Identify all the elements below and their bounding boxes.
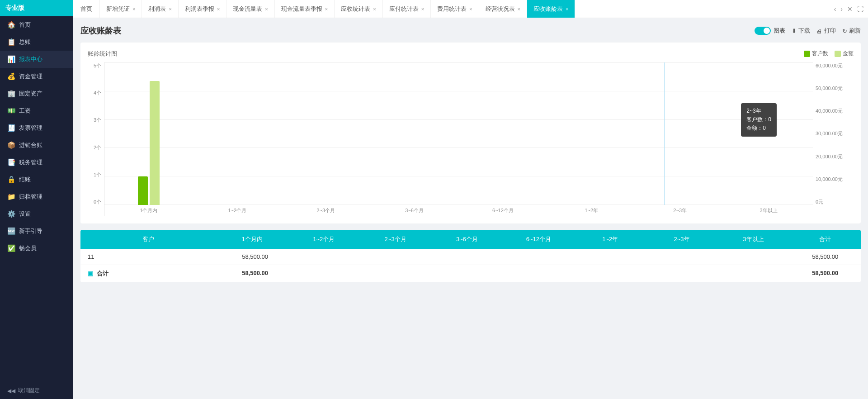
data-table: 客户 1个月内 1~2个月 2~3个月 3~6个月 6~12个月 1~2年 2~… <box>80 230 861 282</box>
tab-ar-aging[interactable]: 应收账龄表 × <box>527 0 575 18</box>
close-cashflow-tab[interactable]: × <box>265 6 268 12</box>
tab-profit-q[interactable]: 利润表季报 × <box>179 0 226 18</box>
close-ar-stat-tab[interactable]: × <box>373 6 376 12</box>
sidebar-item-invoice[interactable]: 🧾 发票管理 <box>0 119 73 137</box>
sidebar-item-settings[interactable]: ⚙️ 设置 <box>0 205 73 223</box>
legend-amount-dot <box>835 51 841 57</box>
bar-amount-1month <box>150 81 160 205</box>
sidebar-unpin[interactable]: ◀◀ 取消固定 <box>0 382 73 399</box>
page-title: 应收账龄表 <box>80 25 121 36</box>
tab-biz[interactable]: 经营状况表 × <box>479 0 527 18</box>
y-label-3: 3个 <box>94 117 101 124</box>
close-profit-q-tab[interactable]: × <box>217 6 220 12</box>
y-axis-left: 5个 4个 3个 2个 1个 0个 <box>88 62 104 216</box>
td-3month-11 <box>362 249 434 265</box>
tooltip-customers: 客户数：0 <box>746 115 771 124</box>
download-button[interactable]: ⬇ 下载 <box>792 27 810 35</box>
tab-profit[interactable]: 利润表 × <box>142 0 178 18</box>
th-2month: 1~2个月 <box>288 230 359 249</box>
bar-chart: 5个 4个 3个 2个 1个 0个 <box>88 62 854 216</box>
y-label-1: 1个 <box>94 171 101 178</box>
sidebar-item-vip[interactable]: ✅ 畅会员 <box>0 240 73 257</box>
close-voucher-tab[interactable]: × <box>132 6 135 12</box>
tabs-navigation: ‹ › ✕ ⛶ <box>830 5 868 14</box>
td-total-11: 58,500.00 <box>789 249 861 265</box>
page-actions: 图表 ⬇ 下载 🖨 打印 ↻ 刷新 <box>755 27 861 35</box>
chart-inner: 2~3年 客户数：0 金额：0 1个月内 1~2个月 2~3个月 3~6个月 6… <box>104 62 813 216</box>
th-total: 合计 <box>789 230 861 249</box>
tab-voucher[interactable]: 新增凭证 × <box>100 0 142 18</box>
sidebar: 专业版 🏠 首页 📋 总账 📊 报表中心 💰 资金管理 🏢 固定资产 💵 工资 … <box>0 0 73 399</box>
td-12month-11 <box>505 249 576 265</box>
td-3plus-11 <box>718 249 790 265</box>
y-label-4: 4个 <box>94 90 101 96</box>
td-total-3plus <box>718 265 790 282</box>
tabs-prev-btn[interactable]: ‹ <box>832 5 838 14</box>
th-3year: 2~3年 <box>646 230 717 249</box>
sidebar-item-reports[interactable]: 📊 报表中心 <box>0 51 73 68</box>
sidebar-item-salary[interactable]: 💵 工资 <box>0 102 73 119</box>
chart-toggle[interactable] <box>755 27 771 35</box>
td-total-label: ▣ 合计 <box>80 265 219 282</box>
tabs-next-btn[interactable]: › <box>839 5 844 14</box>
close-cashflow-q-tab[interactable]: × <box>325 6 328 12</box>
td-total-2year <box>576 265 647 282</box>
archive-icon: 📁 <box>7 193 15 201</box>
tab-cashflow-q[interactable]: 现金流量表季报 × <box>275 0 335 18</box>
bar-customers-1month <box>138 176 148 205</box>
closing-icon: 🔒 <box>7 176 15 184</box>
tabs-expand-btn[interactable]: ⛶ <box>855 5 865 14</box>
tab-ap-stat[interactable]: 应付统计表 × <box>383 0 431 18</box>
th-1month: 1个月内 <box>217 230 288 249</box>
settings-icon: ⚙️ <box>7 210 15 218</box>
y-label-0: 0个 <box>94 199 101 205</box>
th-12month: 6~12个月 <box>503 230 574 249</box>
sidebar-item-assets[interactable]: 🏢 固定资产 <box>0 85 73 102</box>
th-2year: 1~2年 <box>575 230 646 249</box>
tab-cashflow[interactable]: 现金流量表 × <box>226 0 274 18</box>
chart-tooltip: 2~3年 客户数：0 金额：0 <box>741 103 777 137</box>
th-3month: 2~3个月 <box>359 230 431 249</box>
td-2month-11 <box>291 249 362 265</box>
page-header: 应收账龄表 图表 ⬇ 下载 🖨 打印 ↻ 刷新 <box>80 25 861 36</box>
sidebar-item-ledger[interactable]: 📋 总账 <box>0 33 73 51</box>
close-profit-tab[interactable]: × <box>169 6 171 12</box>
sidebar-item-home[interactable]: 🏠 首页 <box>0 16 73 33</box>
legend-customers: 客户数 <box>804 50 828 57</box>
close-expense-tab[interactable]: × <box>469 6 472 12</box>
tabs-bar: 首页 新增凭证 × 利润表 × 利润表季报 × 现金流量表 × 现金流量表季报 … <box>73 0 868 18</box>
bar-group-1month <box>104 62 193 205</box>
bar-group-2month <box>193 62 282 205</box>
legend-customers-dot <box>804 51 810 57</box>
x-label-3year: 2~3年 <box>636 205 724 216</box>
tab-ar-stat[interactable]: 应收统计表 × <box>335 0 382 18</box>
sidebar-item-closing[interactable]: 🔒 结账 <box>0 171 73 188</box>
y-label-2: 2个 <box>94 144 101 151</box>
sidebar-item-stock[interactable]: 📦 进销台账 <box>0 137 73 154</box>
sidebar-item-archive[interactable]: 📁 归档管理 <box>0 188 73 205</box>
td-total-3month <box>362 265 434 282</box>
close-ar-aging-tab[interactable]: × <box>566 6 568 12</box>
page-content: 应收账龄表 图表 ⬇ 下载 🖨 打印 ↻ 刷新 <box>73 18 868 399</box>
y-right-label-2: 20,000.00元 <box>816 153 843 160</box>
td-grand-total: 58,500.00 <box>789 265 861 282</box>
y-right-label-5: 50,000.00元 <box>816 85 843 92</box>
table-header: 客户 1个月内 1~2个月 2~3个月 3~6个月 6~12个月 1~2年 2~… <box>80 230 861 249</box>
sidebar-item-guide[interactable]: 🆕 新手引导 <box>0 223 73 240</box>
x-labels: 1个月内 1~2个月 2~3个月 3~6个月 6~12个月 1~2年 2~3年 … <box>104 205 813 216</box>
legend-amount: 金额 <box>835 50 854 57</box>
sidebar-item-funds[interactable]: 💰 资金管理 <box>0 68 73 85</box>
tab-home[interactable]: 首页 <box>73 0 100 18</box>
tab-expense[interactable]: 费用统计表 × <box>431 0 479 18</box>
y-right-label-4: 40,000.00元 <box>816 108 843 114</box>
ledger-icon: 📋 <box>7 38 15 46</box>
bar-group-3year <box>636 62 724 205</box>
close-ap-stat-tab[interactable]: × <box>421 6 424 12</box>
salary-icon: 💵 <box>7 107 15 115</box>
sidebar-item-tax[interactable]: 📑 税务管理 <box>0 154 73 171</box>
print-button[interactable]: 🖨 打印 <box>816 27 836 35</box>
tabs-close-btn[interactable]: ✕ <box>845 5 854 14</box>
refresh-button[interactable]: ↻ 刷新 <box>842 27 861 35</box>
y-axis-right: 60,000.00元 50,000.00元 40,000.00元 30,000.… <box>813 62 854 216</box>
close-biz-tab[interactable]: × <box>518 6 520 12</box>
